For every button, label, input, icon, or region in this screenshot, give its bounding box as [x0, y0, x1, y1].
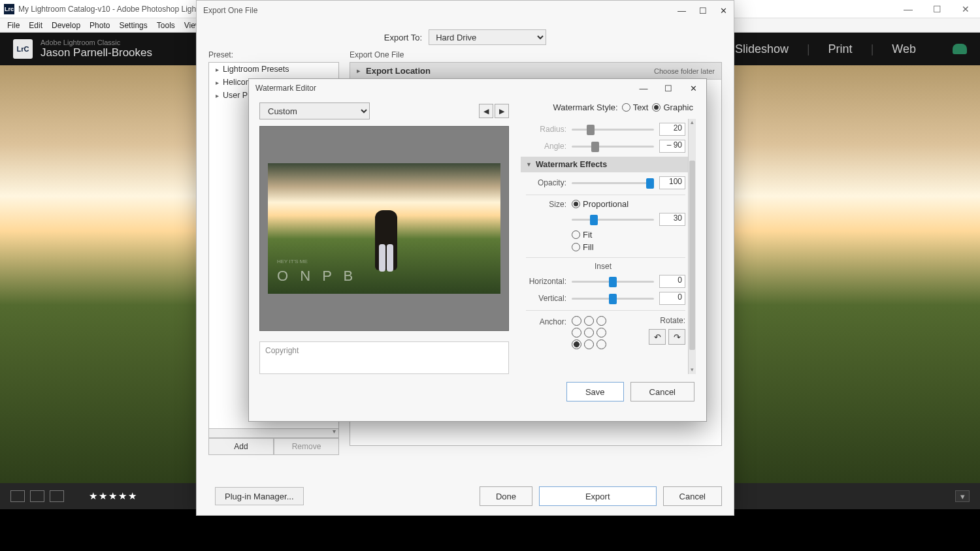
copyright-input[interactable]: Copyright — [259, 341, 509, 374]
horizontal-value[interactable]: 0 — [659, 275, 685, 288]
opacity-slider[interactable] — [572, 177, 654, 189]
scroll-thumb[interactable] — [689, 161, 695, 350]
size-fit-radio[interactable]: Fit — [572, 230, 696, 240]
anchor-mr[interactable] — [596, 328, 606, 338]
compare-view-icon[interactable] — [30, 490, 44, 502]
anchor-tl[interactable] — [572, 316, 581, 326]
anchor-label: Anchor: — [521, 316, 566, 326]
preview-subject — [375, 210, 397, 270]
anchor-tc[interactable] — [584, 316, 594, 326]
product-name: Adobe Lightroom Classic — [41, 39, 152, 46]
wm-close-icon[interactable]: ✕ — [687, 84, 700, 93]
vertical-slider[interactable] — [572, 292, 654, 304]
angle-label: Angle: — [521, 142, 566, 151]
export-close-icon[interactable]: ✕ — [720, 6, 727, 16]
size-proportional-radio[interactable]: Proportional — [572, 199, 629, 209]
preset-item[interactable]: Lightroom Presets — [209, 63, 338, 76]
preview-next-button[interactable]: ▶ — [495, 104, 509, 118]
angle-value[interactable]: – 90 — [659, 140, 685, 153]
watermark-editor-dialog: Watermark Editor — ☐ ✕ Custom ◀ ▶ HEY IT… — [248, 78, 707, 422]
opacity-value[interactable]: 100 — [659, 176, 685, 189]
style-text-radio[interactable]: Text — [622, 102, 649, 112]
preview-image: HEY IT'S ME O N P B — [268, 163, 500, 294]
rotate-cw-button[interactable]: ↷ — [668, 329, 685, 345]
radius-label: Radius: — [521, 125, 566, 134]
watermark-preset-select[interactable]: Custom — [259, 102, 370, 119]
export-to-label: Export To: — [384, 33, 422, 42]
rotate-ccw-button[interactable]: ↶ — [649, 329, 666, 345]
menu-edit[interactable]: Edit — [24, 21, 47, 30]
export-button[interactable]: Export — [539, 486, 657, 506]
size-fill-radio[interactable]: Fill — [572, 242, 696, 252]
export-dialog-title: Export One File — [203, 6, 257, 15]
radius-slider[interactable] — [572, 123, 654, 135]
wm-cancel-button[interactable]: Cancel — [630, 382, 694, 401]
anchor-ml[interactable] — [572, 328, 581, 338]
rotate-label: Rotate: — [649, 316, 685, 325]
toolbar-menu-icon[interactable]: ▾ — [955, 490, 970, 502]
opacity-label: Opacity: — [521, 178, 566, 187]
chevron-right-icon: ▸ — [357, 67, 361, 75]
wm-minimize-icon[interactable]: — — [637, 84, 650, 93]
horizontal-label: Horizontal: — [521, 277, 566, 286]
anchor-bc[interactable] — [584, 339, 594, 349]
os-close-icon[interactable]: ✕ — [951, 0, 980, 18]
os-minimize-icon[interactable]: — — [894, 0, 923, 18]
menu-tools[interactable]: Tools — [152, 21, 180, 30]
export-cancel-button[interactable]: Cancel — [663, 486, 722, 506]
loupe-view-icon[interactable] — [10, 490, 25, 502]
inset-label: Inset — [521, 262, 696, 271]
lr-logo: LrC — [13, 39, 33, 59]
save-button[interactable]: Save — [566, 382, 624, 401]
scroll-up-icon[interactable]: ▴ — [689, 119, 696, 127]
vertical-value[interactable]: 0 — [659, 292, 685, 305]
window-title: My Lightroom Catalog-v10 - Adobe Photosh… — [18, 5, 210, 14]
preview-prev-button[interactable]: ◀ — [479, 104, 493, 118]
survey-view-icon[interactable] — [50, 490, 64, 502]
preset-remove-button[interactable]: Remove — [274, 438, 339, 455]
menu-develop[interactable]: Develop — [47, 21, 85, 30]
radius-value[interactable]: 20 — [659, 123, 685, 136]
identity-plate: Jason Parnell-Brookes — [41, 46, 152, 59]
anchor-mc[interactable] — [584, 328, 594, 338]
module-web[interactable]: Web — [892, 42, 916, 56]
size-slider[interactable] — [572, 213, 654, 225]
watermark-style-label: Watermark Style: — [553, 102, 617, 112]
size-label: Size: — [521, 200, 566, 209]
style-graphic-radio[interactable]: Graphic — [652, 102, 693, 112]
size-value[interactable]: 30 — [659, 213, 685, 226]
os-maximize-icon[interactable]: ☐ — [923, 0, 951, 18]
sections-label: Export One File — [350, 50, 722, 59]
watermark-effects-header[interactable]: Watermark Effects — [521, 157, 696, 172]
done-button[interactable]: Done — [480, 486, 532, 506]
rating-stars[interactable]: ★★★★★ — [89, 490, 138, 502]
watermark-dialog-title: Watermark Editor — [255, 84, 316, 93]
module-slideshow[interactable]: Slideshow — [735, 42, 789, 56]
preset-scrollbar[interactable] — [208, 429, 339, 438]
export-maximize-icon[interactable]: ☐ — [699, 6, 707, 16]
angle-slider[interactable] — [572, 140, 654, 152]
plugin-manager-button[interactable]: Plug-in Manager... — [215, 487, 304, 505]
module-print[interactable]: Print — [828, 42, 853, 56]
app-icon: Lrc — [4, 4, 14, 14]
preset-add-button[interactable]: Add — [208, 438, 274, 455]
menu-file[interactable]: File — [3, 21, 24, 30]
scroll-down-icon[interactable]: ▾ — [689, 366, 696, 374]
anchor-bl[interactable] — [572, 339, 581, 349]
anchor-br[interactable] — [596, 339, 606, 349]
menu-settings[interactable]: Settings — [114, 21, 152, 30]
wm-maximize-icon[interactable]: ☐ — [662, 84, 675, 93]
horizontal-slider[interactable] — [572, 276, 654, 287]
section-export-location[interactable]: ▸ Export Location Choose folder later — [350, 63, 721, 80]
watermark-preview: HEY IT'S ME O N P B — [259, 126, 509, 331]
menu-photo[interactable]: Photo — [85, 21, 114, 30]
cloud-sync-icon[interactable] — [953, 44, 967, 54]
preview-watermark-small: HEY IT'S ME — [277, 259, 308, 265]
anchor-grid[interactable] — [572, 316, 607, 349]
vertical-label: Vertical: — [521, 294, 566, 303]
export-minimize-icon[interactable]: — — [678, 6, 686, 16]
settings-scrollbar[interactable]: ▴ ▾ — [688, 119, 696, 374]
anchor-tr[interactable] — [596, 316, 606, 326]
export-to-select[interactable]: Hard Drive — [429, 29, 546, 45]
preset-label: Preset: — [208, 50, 339, 59]
